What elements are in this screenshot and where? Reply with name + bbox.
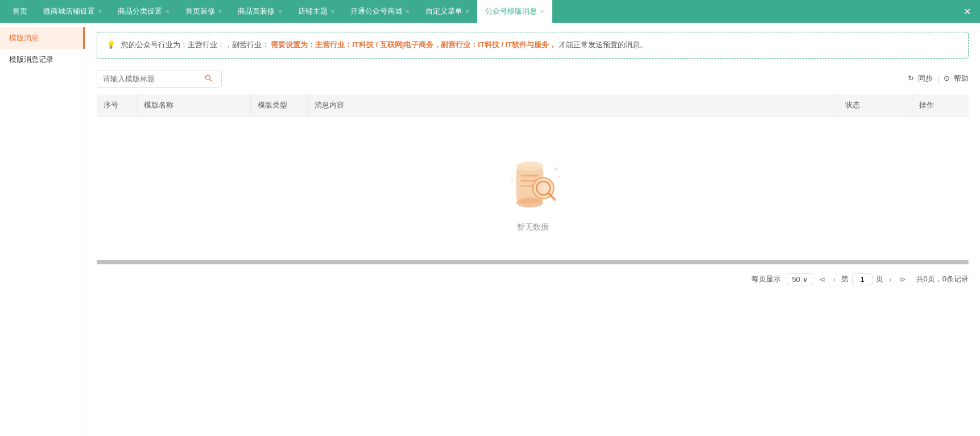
tab-product-decor-label: 商品页装修 — [238, 6, 275, 16]
toolbar-right: ↻ 同步 | ⊙ 帮助 — [908, 73, 969, 84]
content-area: 💡 您的公众号行业为：主营行业：，副营行业： 需要设置为：主营行业：IT科技 /… — [85, 23, 980, 436]
col-seq: 序号 — [97, 94, 137, 117]
per-page-label: 每页显示 — [751, 274, 781, 284]
sidebar-item-template-msg-label: 模版消息 — [9, 34, 39, 42]
empty-state: 暂无数据 — [97, 117, 969, 255]
svg-point-4 — [516, 161, 543, 171]
notice-banner: 💡 您的公众号行业为：主营行业：，副营行业： 需要设置为：主营行业：IT科技 /… — [97, 32, 969, 59]
sync-label: 同步 — [918, 74, 933, 82]
tab-custom-menu-label: 自定义菜单 — [425, 6, 462, 16]
col-action: 操作 — [912, 94, 969, 117]
pagination: 每页显示 50 ∨ ⊲ ‹ 第 页 › ⊳ 共0页，0条记录 — [97, 269, 969, 288]
tab-product-category-close[interactable]: × — [166, 8, 169, 15]
tab-open-mall[interactable]: 开通公众号商城 × — [342, 0, 417, 23]
empty-state-text: 暂无数据 — [517, 222, 549, 232]
tab-homepage-decor[interactable]: 首页装修 × — [177, 0, 230, 23]
col-template-name: 模版名称 — [137, 94, 250, 117]
tab-template-msg-close[interactable]: × — [540, 8, 544, 15]
svg-point-13 — [558, 176, 560, 178]
per-page-dropdown-icon: ∨ — [803, 275, 808, 284]
tab-custom-menu[interactable]: 自定义菜单 × — [417, 0, 477, 23]
page-total-text: 共0页，0条记录 — [916, 274, 969, 284]
sync-button[interactable]: ↻ 同步 — [908, 73, 933, 84]
tab-open-mall-label: 开通公众号商城 — [350, 6, 402, 16]
close-all-button[interactable]: ✕ — [959, 6, 975, 17]
notice-icon: 💡 — [106, 40, 115, 49]
tab-shop-theme-label: 店铺主题 — [298, 6, 328, 16]
search-input-wrap[interactable] — [97, 70, 222, 88]
sidebar-item-template-msg-record-label: 模版消息记录 — [9, 55, 53, 64]
notice-text-suffix: 才能正常发送预置的消息。 — [559, 40, 647, 49]
prev-page-button[interactable]: ‹ — [831, 274, 838, 285]
horizontal-scrollbar[interactable] — [97, 260, 969, 264]
page-unit-text: 页 — [876, 274, 883, 284]
sidebar-item-template-msg-record[interactable]: 模版消息记录 — [0, 49, 85, 70]
empty-state-icon — [502, 151, 564, 213]
tab-product-decor[interactable]: 商品页装修 × — [230, 0, 290, 23]
notice-text-prefix: 您的公众号行业为：主营行业：，副营行业： — [121, 40, 269, 49]
tab-home[interactable]: 首页 — [5, 0, 35, 23]
tab-product-decor-close[interactable]: × — [278, 8, 282, 15]
scrollbar-thumb[interactable] — [97, 260, 969, 264]
notice-highlight: 需要设置为：主营行业：IT科技 / 互联网|电子商务，副营行业：IT科技 / I… — [271, 40, 556, 49]
per-page-value: 50 — [792, 275, 800, 284]
sidebar-item-template-msg[interactable]: 模版消息 — [0, 27, 85, 49]
tab-shop-setting-close[interactable]: × — [98, 8, 102, 15]
help-label: 帮助 — [954, 74, 969, 82]
col-msg-content: 消息内容 — [307, 94, 838, 117]
tab-home-label: 首页 — [13, 6, 27, 16]
search-icon — [204, 74, 212, 82]
tab-shop-theme[interactable]: 店铺主题 × — [290, 0, 342, 23]
svg-point-0 — [205, 75, 210, 80]
tab-template-msg[interactable]: 公众号模版消息 × — [477, 0, 552, 23]
page-label-text: 第 — [841, 274, 849, 284]
tab-open-mall-close[interactable]: × — [406, 8, 409, 15]
tab-template-msg-label: 公众号模版消息 — [485, 6, 537, 16]
svg-line-1 — [210, 79, 212, 81]
page-number-input[interactable] — [852, 273, 873, 285]
tab-product-category[interactable]: 商品分类设置 × — [110, 0, 177, 23]
tab-custom-menu-close[interactable]: × — [466, 8, 469, 15]
tab-shop-theme-close[interactable]: × — [331, 8, 334, 15]
table-empty-row: 暂无数据 — [97, 116, 969, 255]
per-page-select[interactable]: 50 ∨ — [787, 273, 813, 285]
toolbar-divider: | — [937, 74, 939, 83]
tab-homepage-decor-close[interactable]: × — [218, 8, 222, 15]
search-button[interactable] — [200, 70, 217, 87]
help-icon: ⊙ — [944, 74, 950, 82]
help-button[interactable]: ⊙ 帮助 — [944, 73, 969, 84]
sync-icon: ↻ — [908, 74, 914, 82]
tab-shop-setting-label: 微商城店铺设置 — [43, 6, 95, 16]
last-page-button[interactable]: ⊳ — [898, 274, 908, 285]
first-page-button[interactable]: ⊲ — [817, 274, 828, 285]
svg-point-14 — [511, 178, 514, 181]
tab-homepage-decor-label: 首页装修 — [185, 6, 215, 16]
svg-point-12 — [555, 167, 558, 171]
tab-shop-setting[interactable]: 微商城店铺设置 × — [35, 0, 110, 23]
next-page-button[interactable]: › — [887, 274, 894, 285]
tab-product-category-label: 商品分类设置 — [118, 6, 162, 16]
col-status: 状态 — [838, 94, 912, 117]
table-header-row: 序号 模版名称 模版类型 消息内容 状态 操作 — [97, 94, 969, 117]
svg-point-5 — [516, 198, 543, 207]
data-table: 序号 模版名称 模版类型 消息内容 状态 操作 — [97, 94, 969, 255]
search-input[interactable] — [97, 71, 200, 86]
main-layout: 模版消息 模版消息记录 💡 您的公众号行业为：主营行业：，副营行业： 需要设置为… — [0, 23, 980, 436]
search-bar: ↻ 同步 | ⊙ 帮助 — [97, 70, 969, 88]
sidebar: 模版消息 模版消息记录 — [0, 23, 85, 436]
col-template-type: 模版类型 — [250, 94, 307, 117]
tab-bar: 首页 微商城店铺设置 × 商品分类设置 × 首页装修 × 商品页装修 × 店铺主… — [0, 0, 980, 23]
